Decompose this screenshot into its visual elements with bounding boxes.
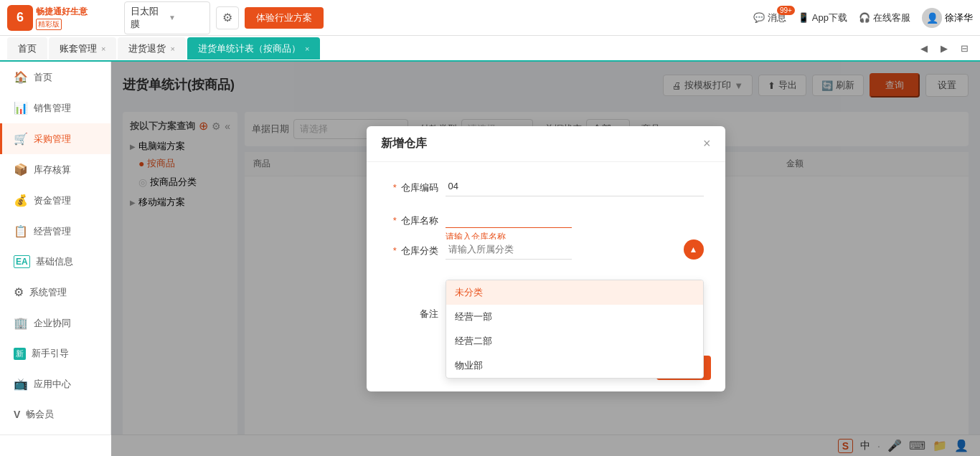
- sales-icon: 📊: [14, 101, 28, 115]
- user-avatar: 👤: [922, 8, 942, 28]
- warehouse-name-input[interactable]: [446, 208, 572, 228]
- store-selector[interactable]: 日太阳膜 ▼: [124, 1, 210, 34]
- home-icon: 🏠: [14, 70, 28, 84]
- online-service-button[interactable]: 🎧 在线客服: [859, 11, 910, 24]
- sidebar-item-sales[interactable]: 📊 销售管理: [0, 92, 110, 123]
- newbie-icon: 新: [14, 348, 26, 360]
- sidebar-item-newbie-label: 新手引导: [32, 347, 69, 360]
- sidebar-item-system-label: 系统管理: [29, 286, 67, 299]
- online-service-label: 在线客服: [873, 11, 910, 24]
- modal-overlay: 新增仓库 × * 仓库编码: [111, 62, 980, 456]
- phone-icon: 📱: [798, 12, 809, 23]
- appcenter-icon: 📺: [14, 377, 28, 391]
- modal-header: 新增仓库 ×: [367, 126, 725, 162]
- app-logo-icon: 6: [7, 5, 33, 31]
- finance-icon: 💰: [14, 194, 28, 207]
- user-name: 徐泽华: [945, 11, 973, 24]
- warehouse-name-row: * 仓库名称 请输入仓库名称: [388, 208, 704, 228]
- tab-home-label: 首页: [18, 42, 37, 55]
- header-right: 💬 消息 99+ 📱 App下载 🎧 在线客服 👤 徐泽华: [753, 8, 973, 28]
- store-name: 日太阳膜: [131, 5, 166, 31]
- main-layout: 🏠 首页 📊 销售管理 🛒 采购管理 📦 库存核算 💰 资金管理 📋 经营管理 …: [0, 62, 980, 456]
- tab-purchase-return[interactable]: 进货退货 ×: [118, 37, 185, 60]
- logo-text: 畅捷通好生意 精彩版: [36, 6, 88, 30]
- enterprise-icon: 🏢: [14, 316, 28, 330]
- tab-home[interactable]: 首页: [7, 37, 47, 60]
- modal-close-button[interactable]: ×: [703, 136, 711, 151]
- warehouse-code-input[interactable]: [446, 176, 704, 196]
- dropdown-item-none[interactable]: 未分类: [446, 280, 703, 305]
- tab-purchase-stat[interactable]: 进货单统计表（按商品） ×: [187, 37, 320, 60]
- sidebar-item-operation-label: 经营管理: [34, 225, 71, 238]
- sidebar-item-sales-label: 销售管理: [34, 102, 71, 115]
- purchase-icon: 🛒: [14, 132, 28, 146]
- category-input-wrapper: ▲: [446, 239, 704, 260]
- sidebar-item-newbie[interactable]: 新 新手引导: [0, 338, 110, 369]
- sidebar-item-purchase-label: 采购管理: [34, 133, 71, 146]
- sidebar-item-home-label: 首页: [34, 71, 52, 84]
- sidebar-item-system[interactable]: ⚙ 系统管理: [0, 277, 110, 308]
- tab-purchase-return-label: 进货退货: [128, 42, 166, 55]
- app-download-button[interactable]: 📱 App下载: [798, 11, 847, 24]
- tab-menu-button[interactable]: ⊟: [956, 39, 973, 57]
- tab-account-close[interactable]: ×: [101, 44, 105, 53]
- modal-body: * 仓库编码 * 仓库名称: [367, 162, 725, 348]
- sidebar-item-member-label: 畅会员: [26, 408, 54, 421]
- tab-purchase-stat-label: 进货单统计表（按商品）: [198, 42, 301, 55]
- app-download-label: App下载: [812, 11, 847, 24]
- sidebar-item-finance-label: 资金管理: [34, 194, 71, 207]
- chevron-down-icon: ▼: [169, 14, 204, 22]
- trial-button[interactable]: 体验行业方案: [245, 7, 324, 29]
- sidebar-item-home[interactable]: 🏠 首页: [0, 62, 110, 92]
- system-icon: ⚙: [14, 285, 24, 299]
- headset-icon: 🎧: [859, 12, 870, 23]
- sidebar-item-appcenter[interactable]: 📺 应用中心: [0, 369, 110, 399]
- note-label: 备注: [388, 303, 446, 320]
- tab-next-button[interactable]: ▶: [936, 39, 953, 57]
- warehouse-category-row: * 仓库分类 ▲ 未分类 经营一部 经营二部 物业部: [388, 239, 704, 260]
- message-icon: 💬: [753, 12, 765, 23]
- tab-account-label: 账套管理: [60, 42, 97, 55]
- sidebar-item-inventory[interactable]: 📦 库存核算: [0, 154, 110, 185]
- tab-controls: ◀ ▶ ⊟: [915, 39, 973, 57]
- warehouse-code-row: * 仓库编码: [388, 176, 704, 196]
- sidebar-item-basic[interactable]: EA 基础信息: [0, 247, 110, 277]
- dropdown-item-dept1[interactable]: 经营一部: [446, 305, 703, 329]
- sidebar: 🏠 首页 📊 销售管理 🛒 采购管理 📦 库存核算 💰 资金管理 📋 经营管理 …: [0, 62, 111, 456]
- category-toggle-icon[interactable]: ▲: [684, 239, 704, 260]
- user-info[interactable]: 👤 徐泽华: [922, 8, 973, 28]
- sidebar-item-enterprise[interactable]: 🏢 企业协同: [0, 308, 110, 338]
- dropdown-item-dept3[interactable]: 物业部: [446, 353, 703, 378]
- sidebar-item-basic-label: 基础信息: [36, 255, 73, 268]
- operation-icon: 📋: [14, 224, 28, 238]
- inventory-icon: 📦: [14, 163, 28, 176]
- tab-account[interactable]: 账套管理 ×: [49, 37, 116, 60]
- warehouse-code-label: * 仓库编码: [388, 176, 446, 194]
- settings-gear-button[interactable]: ⚙: [216, 6, 239, 29]
- content-area: 进货单统计(按商品) 🖨 按模板打印 ▼ ⬆ 导出 🔄 刷新 查询 设置: [111, 62, 980, 456]
- warehouse-name-label: * 仓库名称: [388, 209, 446, 227]
- sidebar-item-inventory-label: 库存核算: [34, 163, 71, 176]
- gear-icon: ⚙: [222, 11, 232, 24]
- message-badge: 99+: [777, 6, 795, 15]
- tab-prev-button[interactable]: ◀: [915, 39, 933, 57]
- new-warehouse-modal: 新增仓库 × * 仓库编码: [367, 126, 725, 391]
- logo-area: 6 畅捷通好生意 精彩版: [7, 5, 118, 31]
- category-dropdown: 未分类 经营一部 经营二部 物业部: [446, 280, 704, 379]
- tab-purchase-return-close[interactable]: ×: [170, 44, 174, 53]
- tab-bar: 首页 账套管理 × 进货退货 × 进货单统计表（按商品） × ◀ ▶ ⊟: [0, 36, 980, 62]
- top-header: 6 畅捷通好生意 精彩版 日太阳膜 ▼ ⚙ 体验行业方案 💬 消息 99+ 📱 …: [0, 0, 980, 36]
- dropdown-item-dept2[interactable]: 经营二部: [446, 329, 703, 353]
- sidebar-item-operation[interactable]: 📋 经营管理: [0, 216, 110, 247]
- sidebar-item-purchase[interactable]: 🛒 采购管理: [0, 123, 110, 154]
- sidebar-item-member[interactable]: V 畅会员: [0, 399, 110, 429]
- sidebar-item-enterprise-label: 企业协同: [34, 317, 71, 330]
- warehouse-category-input[interactable]: [446, 239, 572, 260]
- sidebar-item-appcenter-label: 应用中心: [34, 378, 71, 391]
- tab-purchase-stat-close[interactable]: ×: [305, 44, 309, 53]
- sidebar-item-finance[interactable]: 💰 资金管理: [0, 185, 110, 216]
- basic-icon: EA: [14, 255, 30, 268]
- warehouse-category-label: * 仓库分类: [388, 239, 446, 257]
- modal-title: 新增仓库: [381, 136, 427, 151]
- message-button[interactable]: 💬 消息 99+: [753, 11, 786, 24]
